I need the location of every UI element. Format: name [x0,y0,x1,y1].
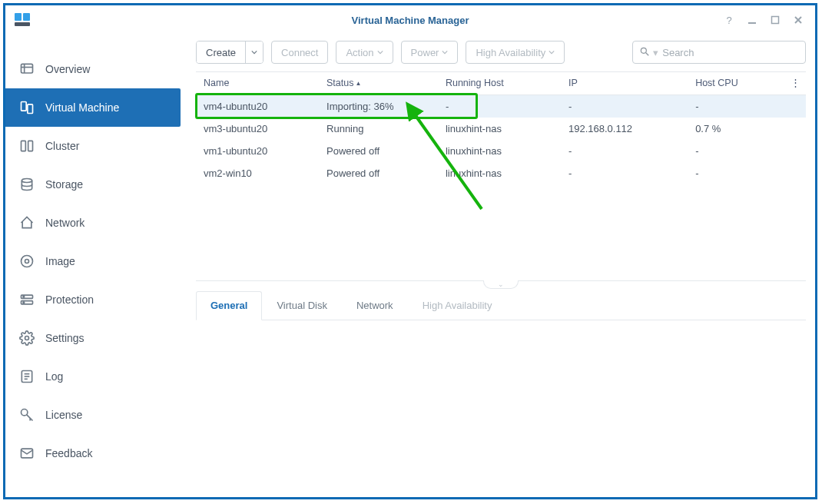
tab-high-availability[interactable]: High Availability [408,291,507,320]
svg-rect-10 [22,102,27,111]
svg-point-26 [22,410,28,416]
license-icon [19,407,35,423]
table-row[interactable]: vm2-win10 Powered off linuxhint-nas - - [196,162,806,184]
svg-rect-11 [28,104,33,114]
network-icon [19,215,35,230]
sidebar-item-image[interactable]: Image [5,242,187,280]
cell-ip: - [561,162,688,184]
sidebar-item-label: Feedback [45,447,92,459]
sidebar-item-log[interactable]: Log [5,357,187,396]
sidebar-item-virtual-machine[interactable]: Virtual Machine [5,88,181,127]
vm-table: Name Status▲ Running Host IP Host CPU ⋮ … [196,71,806,184]
sidebar-item-settings[interactable]: Settings [5,319,187,357]
action-button[interactable]: Action [336,41,393,64]
cell-name: vm1-ubuntu20 [196,140,319,162]
power-label: Power [411,47,439,58]
cell-status: Importing: 36% [319,95,438,118]
cell-status: Powered off [319,140,438,162]
sidebar-item-label: Cluster [45,140,79,152]
details-tabs: General Virtual Disk Network High Availa… [196,290,806,320]
power-button[interactable]: Power [401,41,459,64]
svg-rect-2 [15,22,30,26]
svg-rect-7 [22,64,33,73]
svg-point-14 [22,179,31,183]
svg-point-28 [641,48,646,53]
collapse-handle[interactable]: ⌄ [483,280,519,289]
cell-cpu: 0.7 % [688,118,783,140]
minimize-icon[interactable] [743,11,761,29]
col-status[interactable]: Status▲ [319,72,438,95]
col-ip[interactable]: IP [561,72,688,95]
create-button[interactable]: Create [197,41,245,63]
table-row[interactable]: vm1-ubuntu20 Powered off linuxhint-nas -… [196,140,806,162]
sidebar-item-license[interactable]: License [5,396,187,434]
table-row[interactable]: vm3-ubuntu20 Running linuxhint-nas 192.1… [196,118,806,140]
table-row[interactable]: vm4-ubuntu20 Importing: 36% - - - [196,95,806,118]
cell-host: linuxhint-nas [438,118,561,140]
feedback-icon [19,446,35,461]
toolbar: Create Connect Action Power High Availab… [196,38,806,71]
window-frame: Virtual Machine Manager ? Overview [3,3,817,499]
create-button-group: Create [196,41,264,64]
cell-cpu: - [688,162,783,184]
sidebar-item-label: Storage [45,178,83,191]
cell-status: Running [319,118,438,140]
connect-button[interactable]: Connect [271,41,328,64]
tab-network[interactable]: Network [342,291,408,320]
sidebar-item-protection[interactable]: Protection [5,280,187,319]
ha-button[interactable]: High Availability [466,41,565,64]
search-box[interactable]: ▾ [632,41,806,64]
details-body [196,320,806,497]
sidebar-item-label: License [45,409,82,421]
sidebar-item-label: Log [45,370,63,383]
cell-status: Powered off [319,162,438,184]
sidebar-item-storage[interactable]: Storage [5,165,187,204]
sidebar-item-label: Overview [45,63,90,75]
maximize-icon[interactable] [766,11,784,29]
cluster-icon [19,138,35,154]
search-icon [639,46,650,59]
cell-host: - [438,95,561,118]
overview-icon [19,61,35,77]
search-input[interactable] [661,46,799,59]
svg-rect-0 [15,13,22,21]
sidebar-item-label: Protection [45,293,94,306]
details-pane: ⌄ General Virtual Disk Network High Avai… [196,280,806,497]
sidebar-item-network[interactable]: Network [5,204,187,242]
sidebar-item-label: Network [45,217,85,229]
window-title: Virtual Machine Manager [5,15,815,26]
sidebar-item-cluster[interactable]: Cluster [5,127,187,165]
svg-rect-1 [23,13,30,21]
sidebar: Overview Virtual Machine Cluster Storage [5,35,187,497]
action-label: Action [346,47,373,58]
svg-rect-4 [772,17,779,24]
cell-host: linuxhint-nas [438,162,561,184]
tab-virtual-disk[interactable]: Virtual Disk [262,291,342,320]
vm-icon [19,100,35,115]
col-host[interactable]: Running Host [438,72,561,95]
create-dropdown[interactable] [245,41,263,63]
cell-cpu: - [688,95,783,118]
help-icon[interactable]: ? [720,11,738,29]
svg-point-19 [23,296,25,297]
col-cpu[interactable]: Host CPU [688,72,783,95]
svg-point-16 [25,260,29,264]
cell-host: linuxhint-nas [438,140,561,162]
svg-rect-13 [28,141,33,151]
svg-point-20 [23,302,25,303]
sidebar-item-feedback[interactable]: Feedback [5,434,187,472]
ha-label: High Availability [476,47,545,58]
cell-cpu: - [688,140,783,162]
sidebar-item-overview[interactable]: Overview [5,50,187,88]
column-options-icon[interactable]: ⋮ [783,72,806,95]
protection-icon [19,292,35,307]
tab-general[interactable]: General [196,291,262,320]
close-icon[interactable] [789,11,807,29]
main-content: Create Connect Action Power High Availab… [187,35,815,497]
app-icon [13,11,31,29]
svg-point-21 [25,337,29,340]
sort-asc-icon: ▲ [355,80,361,87]
cell-ip: - [561,95,688,118]
col-name[interactable]: Name [196,72,319,95]
storage-icon [19,177,35,192]
